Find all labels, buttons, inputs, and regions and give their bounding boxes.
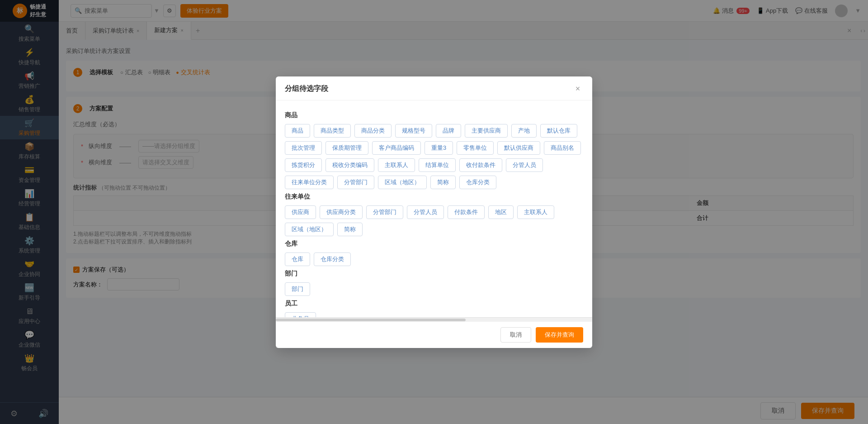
field-chip-分管人员[interactable]: 分管人员 (506, 158, 543, 172)
field-chip-重量3[interactable]: 重量3 (425, 141, 453, 155)
field-chip-商品别名[interactable]: 商品别名 (544, 141, 581, 155)
field-chip-主要供应商[interactable]: 主要供应商 (465, 124, 508, 138)
section-title-仓库: 仓库 (285, 240, 583, 248)
field-chip-税收分类编码[interactable]: 税收分类编码 (326, 158, 374, 172)
field-chip-仓库分类[interactable]: 仓库分类 (459, 176, 496, 189)
field-chip-分管人员[interactable]: 分管人员 (407, 205, 444, 219)
field-grid-往来单位: 供应商供应商分类分管部门分管人员付款条件地区主联系人区域（地区）简称 (285, 205, 583, 236)
field-chip-拣货积分[interactable]: 拣货积分 (285, 158, 322, 172)
modal-body: 商品商品商品类型商品分类规格型号品牌主要供应商产地默认仓库批次管理保质期管理客户… (276, 100, 592, 318)
field-chip-区域（地区）[interactable]: 区域（地区） (378, 176, 427, 189)
field-chip-结算单位[interactable]: 结算单位 (419, 158, 456, 172)
field-chip-往来单位分类[interactable]: 往来单位分类 (285, 176, 334, 189)
field-chip-默认仓库[interactable]: 默认仓库 (540, 124, 577, 138)
field-chip-商品[interactable]: 商品 (285, 124, 310, 138)
field-chip-分管部门[interactable]: 分管部门 (366, 205, 403, 219)
section-title-往来单位: 往来单位 (285, 193, 583, 201)
section-title-部门: 部门 (285, 270, 583, 278)
field-chip-地区[interactable]: 地区 (488, 205, 514, 219)
field-chip-付款条件[interactable]: 付款条件 (448, 205, 485, 219)
field-grid-员工: 业务员 (285, 312, 583, 318)
section-title-商品: 商品 (285, 111, 583, 119)
field-chip-批次管理[interactable]: 批次管理 (285, 141, 322, 155)
modal-confirm-button[interactable]: 保存并查询 (536, 327, 583, 343)
field-chip-供应商[interactable]: 供应商 (285, 205, 316, 219)
field-chip-规格型号[interactable]: 规格型号 (395, 124, 432, 138)
field-chip-零售单位[interactable]: 零售单位 (457, 141, 494, 155)
field-chip-商品类型[interactable]: 商品类型 (314, 124, 351, 138)
section-title-员工: 员工 (285, 300, 583, 308)
field-grid-商品: 商品商品类型商品分类规格型号品牌主要供应商产地默认仓库批次管理保质期管理客户商品… (285, 124, 583, 189)
field-chip-主联系人[interactable]: 主联系人 (517, 205, 554, 219)
field-chip-供应商分类[interactable]: 供应商分类 (320, 205, 363, 219)
field-chip-保质期管理[interactable]: 保质期管理 (326, 141, 368, 155)
scrollbar-thumb[interactable] (276, 319, 466, 321)
field-chip-默认供应商[interactable]: 默认供应商 (497, 141, 540, 155)
field-chip-简称[interactable]: 简称 (337, 223, 363, 236)
field-chip-仓库分类[interactable]: 仓库分类 (314, 252, 351, 266)
field-grid-部门: 部门 (285, 282, 583, 296)
field-chip-简称[interactable]: 简称 (430, 176, 456, 189)
field-chip-品牌[interactable]: 品牌 (436, 124, 461, 138)
field-chip-产地[interactable]: 产地 (511, 124, 537, 138)
field-chip-分管部门[interactable]: 分管部门 (337, 176, 374, 189)
horizontal-scrollbar[interactable] (276, 317, 592, 321)
modal-footer: 取消 保存并查询 (276, 321, 592, 348)
field-chip-客户商品编码[interactable]: 客户商品编码 (372, 141, 421, 155)
field-chip-收付款条件[interactable]: 收付款条件 (459, 158, 502, 172)
modal-header: 分组待选字段 × (276, 76, 592, 100)
field-chip-部门[interactable]: 部门 (285, 282, 310, 296)
field-chip-区域（地区）[interactable]: 区域（地区） (285, 223, 334, 236)
modal-cancel-button[interactable]: 取消 (500, 327, 531, 343)
modal-overlay: 分组待选字段 × 商品商品商品类型商品分类规格型号品牌主要供应商产地默认仓库批次… (0, 0, 868, 424)
field-grid-仓库: 仓库仓库分类 (285, 252, 583, 266)
modal-title: 分组待选字段 (285, 84, 328, 94)
field-chip-仓库[interactable]: 仓库 (285, 252, 310, 266)
modal: 分组待选字段 × 商品商品商品类型商品分类规格型号品牌主要供应商产地默认仓库批次… (276, 76, 592, 348)
field-chip-业务员[interactable]: 业务员 (285, 312, 316, 318)
field-chip-商品分类[interactable]: 商品分类 (354, 124, 392, 138)
modal-close-button[interactable]: × (572, 84, 583, 95)
field-chip-主联系人[interactable]: 主联系人 (378, 158, 415, 172)
